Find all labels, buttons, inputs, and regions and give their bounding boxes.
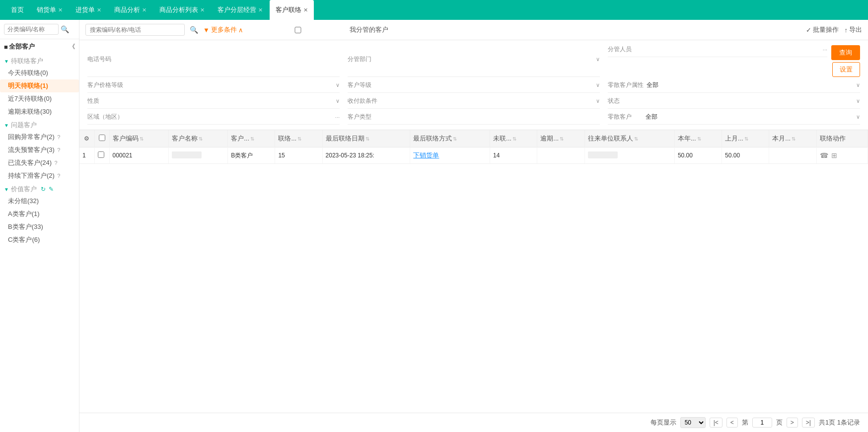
batch-check-icon: ✓: [806, 26, 811, 34]
col-actions-label: 联络动作: [820, 135, 846, 142]
row-select-checkbox[interactable]: [98, 151, 104, 158]
my-customers-checkbox[interactable]: [248, 27, 348, 33]
filter-customer-type: 客户类型: [348, 113, 600, 125]
th-customer-name[interactable]: 客户名称 ⇅: [168, 130, 227, 147]
nav-product-analysis-list[interactable]: 商品分析列表 ✕: [153, 0, 211, 20]
sidebar-item-today-contact[interactable]: 今天待联络(0): [0, 67, 79, 79]
row-checkbox[interactable]: [94, 147, 109, 164]
retail-input[interactable]: 全部: [646, 113, 853, 121]
th-overdue[interactable]: 逾期... ⇅: [537, 130, 584, 147]
th-last-contact-way[interactable]: 最后联络方式 ⇅: [410, 130, 490, 147]
th-contact-count[interactable]: 联络... ⇅: [275, 130, 322, 147]
th-last-contact-date[interactable]: 最后联络日期 ⇅: [322, 130, 410, 147]
nav-product-analysis[interactable]: 商品分析 ✕: [108, 0, 152, 20]
th-gear[interactable]: ⚙: [79, 130, 94, 147]
sort-icon-person: ⇅: [634, 136, 638, 142]
my-customers-label: 我分管的客户: [350, 25, 388, 34]
th-last-month[interactable]: 上月... ⇅: [722, 130, 769, 147]
sidebar-item-tomorrow-contact[interactable]: 明天待联络(1): [0, 79, 79, 92]
th-checkbox: [94, 130, 109, 147]
repurchase-help-icon: ?: [57, 134, 60, 140]
value-group-edit-icon[interactable]: ✎: [49, 186, 54, 193]
filter-area: 区域（地区） ···: [87, 113, 340, 125]
gender-dropdown-icon[interactable]: ∨: [336, 98, 340, 104]
row-action-phone-icon[interactable]: ☎: [820, 151, 828, 159]
nav-close-product-analysis-list[interactable]: ✕: [200, 7, 205, 13]
nav-customer-segmentation[interactable]: 客户分层经营 ✕: [212, 0, 269, 20]
nav-close-customer-contact[interactable]: ✕: [303, 7, 308, 13]
nav-close-product-analysis[interactable]: ✕: [142, 7, 146, 13]
tomorrow-contact-label: 明天待联络(1): [8, 82, 48, 89]
th-customer-type[interactable]: 客户... ⇅: [228, 130, 275, 147]
select-all-checkbox[interactable]: [99, 135, 105, 141]
nav-purchase[interactable]: 进货单 ✕: [70, 0, 107, 20]
sort-icon-code: ⇅: [140, 136, 144, 142]
sidebar-item-a-customers[interactable]: A类客户(1): [0, 208, 79, 220]
search-input[interactable]: [85, 24, 185, 36]
next-page-btn[interactable]: >: [787, 418, 798, 428]
per-page-select[interactable]: 50 100: [680, 417, 706, 428]
unclassified-label: 未分组(32): [8, 197, 39, 205]
filter-panel: 电话号码 分管部门 ∨ 分管人员 ··· 查询 设置: [79, 40, 868, 130]
nav-sales[interactable]: 销货单 ✕: [31, 0, 69, 20]
sidebar-item-churn-warning[interactable]: 流失预警客户(3) ?: [0, 144, 79, 156]
manager-more-icon[interactable]: ···: [823, 47, 827, 53]
query-button[interactable]: 查询: [831, 45, 860, 60]
first-page-btn[interactable]: |<: [710, 418, 723, 428]
export-btn[interactable]: ↑ 导出: [845, 25, 863, 34]
col-customer-name-label: 客户名称: [172, 134, 198, 143]
per-page-label: 每页显示: [651, 418, 676, 427]
phone-input[interactable]: [125, 56, 340, 63]
last-contact-way-link[interactable]: 下销货单: [413, 151, 439, 159]
customer-level-dropdown-icon[interactable]: ∨: [596, 82, 600, 88]
sort-icon-contact: ⇅: [297, 136, 301, 142]
nav-close-purchase[interactable]: ✕: [97, 7, 101, 13]
settings-button[interactable]: 设置: [832, 62, 860, 77]
sidebar-collapse-icon[interactable]: 《: [69, 43, 75, 51]
price-level-dropdown-icon[interactable]: ∨: [336, 82, 340, 88]
batch-operations-btn[interactable]: ✓ 批量操作: [806, 25, 839, 34]
filter-retail: 零散客户 全部 ∨: [608, 113, 860, 125]
row-last-contact-way[interactable]: 下销货单: [410, 147, 490, 164]
sidebar-item-unclassified[interactable]: 未分组(32): [0, 195, 79, 208]
filter-dept: 分管部门 ∨: [348, 45, 600, 77]
status-dropdown-icon[interactable]: ∨: [856, 98, 860, 104]
sidebar-item-b-customers[interactable]: B类客户(33): [0, 220, 79, 233]
sidebar-item-lost-customers[interactable]: 已流失客户(24) ?: [0, 156, 79, 169]
row-action-more-icon[interactable]: ⊞: [831, 151, 837, 159]
th-contact-person[interactable]: 往来单位联系人 ⇅: [584, 130, 674, 147]
retail-dropdown-icon[interactable]: ∨: [856, 114, 860, 120]
more-filter-btn[interactable]: ▼ 更多条件 ∧: [203, 25, 243, 34]
sidebar-all-customers[interactable]: ■ 全部客户 《: [0, 39, 79, 54]
filter-chevron-icon: ∧: [238, 26, 243, 34]
nav-close-customer-segmentation[interactable]: ✕: [258, 7, 263, 13]
sidebar-search-input[interactable]: [4, 24, 59, 35]
col-customer-code-label: 客户编码: [113, 134, 139, 143]
value-group-refresh-icon[interactable]: ↻: [41, 186, 46, 193]
th-customer-code[interactable]: 客户编码 ⇅: [109, 130, 168, 147]
retail-attr-input[interactable]: 全部: [647, 81, 853, 89]
sidebar-item-repurchase-abnormal[interactable]: 回购异常客户(2) ?: [0, 131, 79, 144]
search-bar: 🔍 ▼ 更多条件 ∧ 我分管的客户 ✓ 批量操作 ↑ 导出: [79, 20, 868, 40]
sidebar-item-declining[interactable]: 持续下滑客户(2) ?: [0, 169, 79, 182]
search-magnifier-icon[interactable]: 🔍: [190, 26, 198, 34]
nav-close-sales[interactable]: ✕: [58, 7, 63, 13]
sidebar-search-icon[interactable]: 🔍: [61, 25, 69, 33]
sidebar-item-7days-contact[interactable]: 近7天待联络(0): [0, 92, 79, 105]
payment-dropdown-icon[interactable]: ∨: [596, 98, 600, 104]
sidebar-item-overdue-contact[interactable]: 逾期未联络(30): [0, 105, 79, 118]
retail-attr-dropdown-icon[interactable]: ∨: [856, 82, 860, 88]
last-page-btn[interactable]: >|: [802, 418, 815, 428]
nav-customer-contact[interactable]: 客户联络 ✕: [270, 0, 314, 20]
sidebar-item-c-customers[interactable]: C类客户(6): [0, 233, 79, 246]
row-customer-code[interactable]: 000021: [109, 147, 168, 164]
th-this-year[interactable]: 本年... ⇅: [674, 130, 722, 147]
nav-home[interactable]: 首页: [5, 0, 30, 20]
manager-label: 分管人员: [608, 45, 643, 54]
area-more-icon[interactable]: ···: [335, 114, 340, 120]
prev-page-btn[interactable]: <: [726, 418, 738, 428]
dept-dropdown-icon[interactable]: ∨: [596, 56, 600, 63]
page-number-input[interactable]: [752, 418, 772, 428]
th-this-month[interactable]: 本月... ⇅: [769, 130, 816, 147]
th-unlink-days[interactable]: 未联... ⇅: [490, 130, 537, 147]
